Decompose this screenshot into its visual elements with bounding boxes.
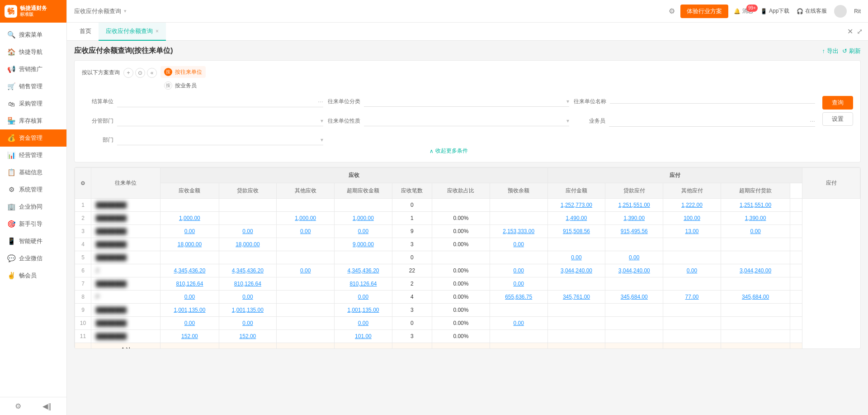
- header-right: 🔔 消息 99+ 📱 App下载 🎧 在线客服 Rit: [734, 5, 861, 18]
- partner-name-input[interactable]: [610, 100, 815, 104]
- cell-ar-other: [277, 330, 335, 343]
- scheme-unit-icon: 按: [164, 68, 172, 76]
- messages-button[interactable]: 🔔 消息 99+: [734, 7, 753, 15]
- cell-advance-balance: 2,153,333.00: [490, 225, 547, 238]
- partner-nature-input[interactable]: ▾: [364, 116, 569, 126]
- cell-ar-amount: 4,345,436.20: [160, 264, 219, 277]
- tab-expand-icon[interactable]: ⤢: [857, 27, 863, 36]
- sidebar-item-member[interactable]: ✌ 畅会员: [0, 267, 66, 284]
- cell-ap-amount: 3,044,240.00: [547, 264, 605, 277]
- online-service-button[interactable]: 🎧 在线客服: [797, 7, 827, 15]
- cell-advance-balance: 0.00: [490, 264, 547, 277]
- cell-ar-other: 0.00: [277, 225, 335, 238]
- footer-empty: [75, 343, 91, 349]
- salesperson-input[interactable]: ···: [609, 115, 815, 127]
- app-download-button[interactable]: 📱 App下载: [760, 7, 789, 15]
- table-footer-row: 合计 19,553,472,6... 100.00% 6,417,215....…: [75, 343, 860, 349]
- partner-category-input[interactable]: ▾: [364, 96, 569, 107]
- filter-partner-category: 往来单位分类 ▾: [328, 96, 569, 107]
- cell-ar-loan: [219, 199, 277, 212]
- cell-partner: ████████: [91, 212, 160, 225]
- scheme-option-unit[interactable]: 按 按往来单位: [160, 66, 206, 78]
- cell-ar-ratio: 0.00%: [432, 304, 490, 317]
- footer-ap-loan: [605, 343, 663, 349]
- cell-advance-balance: 0.00: [490, 238, 547, 251]
- header-settings-icon[interactable]: ⚙: [669, 7, 675, 15]
- cell-ar-ratio: [432, 199, 490, 212]
- col-group-ar: 应收: [160, 168, 547, 183]
- cell-ar-other: [277, 251, 335, 264]
- table-row: 2████████1,000.001,000.001,000.0010.00%1…: [75, 212, 860, 225]
- cell-ap-other: 0.00: [663, 264, 721, 277]
- cell-ar-ratio: 0.00%: [432, 277, 490, 291]
- scheme-option-staff[interactable]: 按 按业务员: [160, 80, 206, 91]
- collapse-btn[interactable]: ∧ 收起更多条件: [82, 145, 815, 157]
- cell-ar-other: [277, 291, 335, 304]
- sidebar-item-search[interactable]: 🔍 搜索菜单: [0, 26, 66, 43]
- tab-close-icon[interactable]: ×: [156, 28, 159, 34]
- cell-ap-loan: 0.00: [605, 251, 663, 264]
- cell-ar-loan: [219, 212, 277, 225]
- sidebar-item-newbie[interactable]: 🎯 新手引导: [0, 215, 66, 233]
- settlement-unit-input[interactable]: ···: [117, 96, 323, 107]
- cell-ar-ratio: 0.00%: [432, 212, 490, 225]
- member-icon: ✌: [7, 272, 15, 280]
- username: Rit: [854, 8, 861, 14]
- settings-button[interactable]: 设置: [822, 112, 853, 126]
- sidebar-item-basic[interactable]: 📋 基础信息: [0, 164, 66, 181]
- cell-ar-amount: 0.00: [160, 317, 219, 330]
- dept-input[interactable]: ▾: [117, 135, 323, 145]
- sidebar-item-finance[interactable]: 💰 资金管理: [0, 129, 66, 147]
- dept-manager-input[interactable]: ▾: [117, 116, 323, 126]
- export-button[interactable]: ↑ 导出: [822, 47, 839, 55]
- edit-scheme-button[interactable]: ⊙: [135, 68, 145, 78]
- promo-button[interactable]: 体验行业方案: [680, 5, 728, 18]
- sidebar-item-hardware[interactable]: 📱 智能硬件: [0, 233, 66, 250]
- sidebar-item-purchase[interactable]: 🛍 采购管理: [0, 95, 66, 112]
- refresh-button[interactable]: ↺ 刷新: [842, 47, 861, 55]
- tab-close-window-icon[interactable]: ✕: [847, 27, 853, 36]
- sidebar-collapse-icon[interactable]: ◀‖: [42, 402, 52, 410]
- add-scheme-button[interactable]: +: [123, 68, 133, 78]
- table-wrapper[interactable]: ⚙ 往来单位 应收 应付 应付 应收金额 贷款应收 其他应收 超期应收金额: [75, 167, 860, 348]
- expand-scheme-button[interactable]: «: [147, 68, 157, 78]
- sidebar-item-system[interactable]: ⚙ 系统管理: [0, 181, 66, 198]
- table-row: 4████████18,000.0018,000.009,000.0030.00…: [75, 238, 860, 251]
- cell-ap-more: [790, 304, 802, 317]
- sidebar-item-quicknav[interactable]: 🏠 快捷导航: [0, 43, 66, 61]
- cell-advance-balance: 0.00: [490, 277, 547, 291]
- footer-ar-other: [277, 343, 335, 349]
- tab-home[interactable]: 首页: [72, 23, 99, 41]
- tab-bar: 首页 应收应付余额查询 × ✕ ⤢: [67, 23, 868, 41]
- cell-ar-count: 0: [392, 251, 432, 264]
- sidebar: 畅 畅捷通财务 标准版 🔍 搜索菜单 🏠 快捷导航 📢 营销推广 🛒 销售管理 …: [0, 0, 67, 415]
- cell-row-num: 6: [75, 264, 91, 277]
- sidebar-item-inventory[interactable]: 🏪 库存核算: [0, 112, 66, 129]
- enterprise-icon: 🏢: [7, 203, 15, 211]
- cell-partner: ████████: [91, 304, 160, 317]
- col-settings[interactable]: ⚙: [75, 168, 91, 199]
- cell-ap-other: 1,222.00: [663, 199, 721, 212]
- cell-ar-loan: 0.00: [219, 225, 277, 238]
- cell-advance-balance: [490, 199, 547, 212]
- cell-ar-other: [277, 304, 335, 317]
- cell-ar-overdue: 810,126.64: [335, 277, 392, 291]
- filter-settlement-unit: 结算单位 ···: [82, 96, 323, 107]
- sidebar-item-operation[interactable]: 📊 经营管理: [0, 147, 66, 164]
- table-settings-icon[interactable]: ⚙: [80, 180, 85, 186]
- tab-ar-ap[interactable]: 应收应付余额查询 ×: [99, 23, 166, 41]
- query-button[interactable]: 查询: [822, 96, 853, 110]
- sidebar-item-wechat[interactable]: 💬 企业微信: [0, 250, 66, 267]
- sidebar-item-marketing[interactable]: 📢 营销推广: [0, 61, 66, 78]
- cell-ap-other: [663, 251, 721, 264]
- cell-ar-other: [277, 238, 335, 251]
- cell-ar-overdue: 0.00: [335, 225, 392, 238]
- sidebar-settings-icon[interactable]: ⚙: [15, 402, 21, 410]
- col-ap-other: 其他应付: [663, 183, 721, 199]
- sidebar-item-enterprise[interactable]: 🏢 企业协同: [0, 198, 66, 215]
- cell-ap-overdue: 0.00: [721, 225, 790, 238]
- table-row: 8P0.000.000.0040.00%655,636.75345,761.00…: [75, 291, 860, 304]
- table-row: 7████████810,126.64810,126.64810,126.642…: [75, 277, 860, 291]
- sidebar-item-sales[interactable]: 🛒 销售管理: [0, 78, 66, 95]
- cell-ar-ratio: 0.00%: [432, 317, 490, 330]
